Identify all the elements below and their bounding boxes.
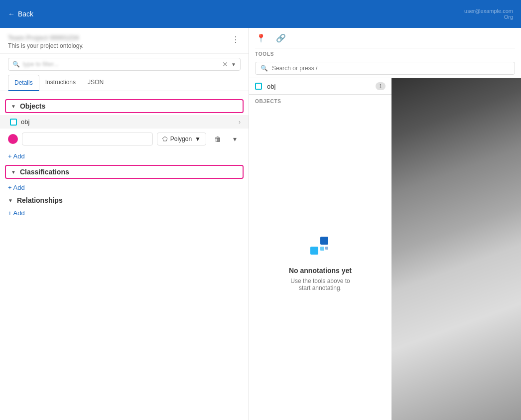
user-org: Org (504, 14, 513, 20)
top-bar: ← Back user@example.com Org (0, 0, 521, 28)
search-input[interactable] (23, 61, 219, 68)
objects-chevron-icon: ▼ (11, 104, 16, 109)
right-obj-name: obj (267, 83, 371, 90)
svg-rect-2 (320, 247, 324, 251)
header-row: Team Project 00001234 This is your proje… (8, 34, 241, 49)
obj-count-badge: 1 (376, 82, 386, 90)
left-panel: Team Project 00001234 This is your proje… (0, 28, 249, 420)
obj-name: obj (21, 118, 29, 126)
relationships-section-header[interactable]: ▼ Relationships (0, 194, 249, 206)
relationships-section-label: Relationships (17, 196, 63, 204)
svg-rect-3 (325, 247, 328, 250)
right-obj-checkbox[interactable] (255, 83, 262, 90)
tools-search-bar: 🔍 (255, 62, 515, 75)
empty-title: No annotations yet (289, 267, 352, 275)
tab-instructions[interactable]: Instructions (39, 75, 82, 91)
project-subtitle: This is your project ontology. (8, 42, 84, 49)
right-panel: 📍 🔗 TOOLS 🔍 obj 1 OBJECTS (249, 28, 521, 420)
app-logo-icon (308, 235, 332, 259)
link-tool-icon[interactable]: 🔗 (275, 32, 287, 44)
color-picker[interactable] (8, 134, 18, 144)
svg-rect-1 (320, 237, 328, 245)
delete-obj-button[interactable]: 🗑 (210, 133, 225, 145)
empty-subtitle: Use the tools above tostart annotating. (290, 278, 350, 291)
polygon-shape-icon: ⬠ (162, 136, 167, 142)
objects-section-header[interactable]: ▼ Objects (5, 99, 244, 113)
tools-section-label: TOOLS (255, 48, 515, 59)
search-icon: 🔍 (12, 61, 20, 68)
color-input[interactable] (22, 133, 153, 145)
object-item-obj[interactable]: obj › (0, 115, 249, 129)
add-object-button[interactable]: + Add (0, 149, 33, 163)
image-preview (391, 78, 521, 420)
search-dropdown-icon[interactable]: ▼ (231, 62, 236, 67)
classifications-section-header[interactable]: ▼ Classifications (5, 165, 244, 179)
more-options-button[interactable]: ⋮ (231, 34, 241, 45)
polygon-label: Polygon (170, 136, 192, 142)
polygon-select[interactable]: ⬠ Polygon ▼ (157, 133, 206, 145)
relationships-chevron-icon: ▼ (8, 198, 13, 203)
back-button[interactable]: ← Back (8, 10, 33, 18)
add-relationship-button[interactable]: + Add (0, 206, 33, 220)
project-info: Team Project 00001234 This is your proje… (8, 34, 84, 49)
tools-icons-row: 📍 🔗 (255, 28, 515, 48)
obj-item-left: obj (10, 118, 29, 126)
top-bar-user-info: user@example.com Org (464, 8, 513, 20)
main-layout: Team Project 00001234 This is your proje… (0, 28, 521, 420)
classifications-chevron-icon: ▼ (11, 169, 16, 175)
classifications-section-label: Classifications (20, 168, 69, 176)
empty-annotations-state: No annotations yet Use the tools above t… (249, 106, 391, 420)
search-bar: 🔍 ✕ ▼ (8, 58, 241, 71)
tab-json[interactable]: JSON (82, 75, 110, 91)
tools-search-icon: 🔍 (260, 65, 268, 72)
tabs-bar: Details Instructions JSON (0, 75, 249, 91)
tool-row: ⬠ Polygon ▼ 🗑 ▾ (0, 129, 249, 149)
tools-header: 📍 🔗 TOOLS 🔍 (249, 28, 521, 78)
left-panel-header: Team Project 00001234 This is your proje… (0, 28, 249, 54)
objects-section-label: Objects (20, 102, 45, 110)
objects-section-right-label: OBJECTS (249, 94, 391, 106)
svg-rect-0 (310, 247, 318, 255)
obj-checkbox[interactable] (10, 119, 17, 126)
image-panel (391, 78, 521, 420)
clear-search-button[interactable]: ✕ (222, 60, 228, 68)
obj-expand-icon: › (239, 119, 241, 126)
right-panel-content: obj 1 OBJECTS No annotations yet Use th (249, 78, 521, 420)
back-label: Back (18, 10, 33, 18)
expand-obj-button[interactable]: ▾ (229, 133, 241, 145)
center-panel: obj 1 OBJECTS No annotations yet Use th (249, 78, 391, 420)
project-title: Team Project 00001234 (8, 34, 84, 41)
user-email: user@example.com (464, 8, 513, 14)
tools-search-input[interactable] (272, 65, 510, 72)
right-obj-row[interactable]: obj 1 (249, 78, 391, 94)
polygon-dropdown-icon: ▼ (195, 136, 201, 142)
pin-tool-icon[interactable]: 📍 (255, 32, 267, 44)
add-classification-button[interactable]: + Add (0, 181, 33, 194)
panel-content: ▼ Objects obj › ⬠ Polygon ▼ (0, 91, 249, 420)
tab-details[interactable]: Details (8, 75, 39, 91)
back-arrow-icon: ← (8, 10, 15, 18)
